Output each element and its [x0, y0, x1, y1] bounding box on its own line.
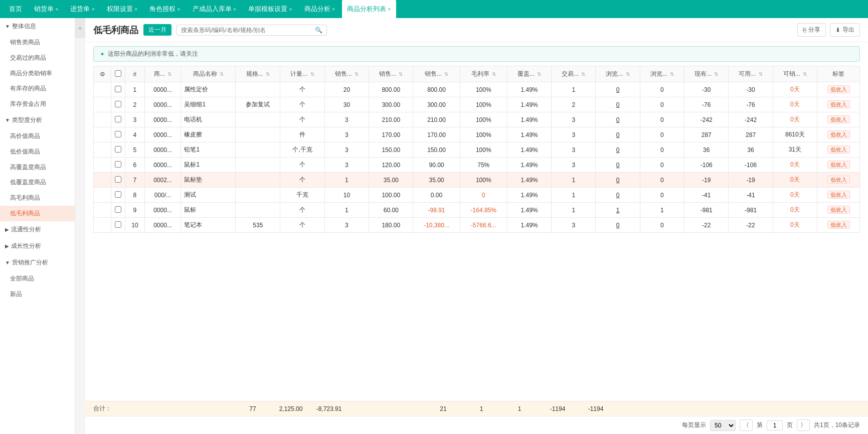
row-select-checkbox[interactable] — [115, 101, 121, 107]
row-views1[interactable]: 0 — [596, 82, 640, 97]
nav-item-analysis[interactable]: 商品分析 × — [299, 0, 340, 18]
row-views1[interactable]: 0 — [596, 188, 640, 203]
export-button[interactable]: ⬇ 导出 — [830, 23, 860, 37]
table-row[interactable]: 5 0000... 铅笔1 个,千克 3 150.00 150.00 100% … — [94, 142, 860, 158]
sidebar-section-flow[interactable]: ▶ 流通性分析 — [0, 221, 75, 238]
nav-close-template[interactable]: × — [289, 6, 292, 12]
search-input[interactable] — [181, 27, 312, 34]
col-cover-rate[interactable]: 覆盖... ⇅ — [507, 66, 551, 82]
col-sellable[interactable]: 可销... ⇅ — [773, 66, 817, 82]
row-views1[interactable]: 0 — [596, 127, 640, 142]
per-page-select[interactable]: 50 100 200 — [710, 420, 736, 431]
sidebar-item-stock-goods[interactable]: 有库存的商品 — [0, 81, 75, 96]
table-row[interactable]: 7 0002... 鼠标垫 个 1 35.00 35.00 100% 1.49%… — [94, 173, 860, 188]
col-available[interactable]: 可用... ⇅ — [729, 66, 773, 82]
nav-close-role[interactable]: × — [177, 6, 180, 12]
table-row[interactable]: 10 0000... 笔记本 535 个 3 180.00 -10,380...… — [94, 218, 860, 233]
row-checkbox[interactable] — [111, 142, 125, 158]
sidebar-section-growth[interactable]: ▶ 成长性分析 — [0, 238, 75, 254]
nav-close-permission[interactable]: × — [134, 6, 137, 12]
row-select-checkbox[interactable] — [115, 131, 121, 137]
row-select-checkbox[interactable] — [115, 221, 121, 228]
row-checkbox[interactable] — [111, 97, 125, 112]
sidebar-item-category-rate[interactable]: 商品分类助销率 — [0, 66, 75, 81]
col-checkbox[interactable] — [111, 66, 125, 82]
row-checkbox[interactable] — [111, 188, 125, 203]
col-transactions[interactable]: 交易... ⇅ — [552, 66, 596, 82]
sidebar-item-low-value[interactable]: 低价值商品 — [0, 144, 75, 160]
nav-close-purchase[interactable]: × — [91, 6, 94, 12]
row-select-checkbox[interactable] — [115, 191, 121, 198]
row-views1[interactable]: 0 — [596, 158, 640, 173]
nav-item-purchase[interactable]: 进货单 × — [65, 0, 99, 18]
row-views1[interactable]: 0 — [596, 173, 640, 188]
sidebar-section-marketing[interactable]: ▼ 营销推广分析 — [0, 254, 75, 271]
col-unit[interactable]: 计量... ⇅ — [280, 66, 324, 82]
search-icon[interactable]: 🔍 — [315, 27, 322, 34]
table-row[interactable]: 1 0000... 属性定价 个 20 800.00 800.00 100% 1… — [94, 82, 860, 97]
col-name[interactable]: 商品名称 ⇅ — [181, 66, 236, 82]
sidebar-item-new-goods[interactable]: 新品 — [0, 286, 75, 302]
row-checkbox[interactable] — [111, 203, 125, 218]
sidebar-item-low-coverage[interactable]: 低覆盖度商品 — [0, 175, 75, 190]
col-gross-rate[interactable]: 毛利率 ⇅ — [460, 66, 507, 82]
nav-close-product-storage[interactable]: × — [233, 6, 236, 12]
col-current-stock[interactable]: 现有... ⇅ — [684, 66, 729, 82]
col-views2[interactable]: 浏览... ⇅ — [640, 66, 684, 82]
sidebar-collapse-button[interactable]: « — [75, 18, 85, 38]
nav-item-product-storage[interactable]: 产成品入库单 × — [188, 0, 241, 18]
col-sales-price[interactable]: 销售... ⇅ — [369, 66, 413, 82]
row-select-checkbox[interactable] — [115, 206, 121, 213]
row-checkbox[interactable] — [111, 218, 125, 233]
row-checkbox[interactable] — [111, 112, 125, 127]
prev-page-button[interactable]: 〈 — [740, 419, 753, 431]
nav-close-analysis[interactable]: × — [332, 6, 335, 12]
col-spec[interactable]: 规格... ⇅ — [236, 66, 280, 82]
sidebar-item-sales-goods[interactable]: 销售类商品 — [0, 35, 75, 50]
row-select-checkbox[interactable] — [115, 116, 121, 122]
row-views1[interactable]: 0 — [596, 142, 640, 158]
nav-item-home[interactable]: 首页 — [4, 0, 27, 18]
table-row[interactable]: 4 0000... 橡皮擦 件 3 170.00 170.00 100% 1.4… — [94, 127, 860, 142]
sidebar-item-high-coverage[interactable]: 高覆盖度商品 — [0, 160, 75, 175]
sidebar-item-high-margin[interactable]: 高毛利商品 — [0, 190, 75, 206]
row-select-checkbox[interactable] — [115, 176, 121, 183]
nav-close-sales[interactable]: × — [55, 6, 58, 12]
row-select-checkbox[interactable] — [115, 161, 121, 168]
row-select-checkbox[interactable] — [115, 146, 121, 153]
sidebar-item-high-value[interactable]: 高价值商品 — [0, 128, 75, 144]
nav-item-template[interactable]: 单据模板设置 × — [243, 0, 297, 18]
date-filter-button[interactable]: 近一月 — [143, 24, 171, 36]
next-page-button[interactable]: 〉 — [797, 419, 810, 431]
col-sales-count[interactable]: 销售... ⇅ — [324, 66, 369, 82]
page-number-input[interactable] — [767, 420, 783, 430]
col-sales-amount[interactable]: 销售... ⇅ — [413, 66, 460, 82]
share-button[interactable]: ⎘ 分享 — [797, 23, 826, 37]
col-settings[interactable]: ⚙ — [94, 66, 111, 82]
sidebar-section-overall[interactable]: ▼ 整体信息 — [0, 18, 75, 35]
row-checkbox[interactable] — [111, 173, 125, 188]
row-checkbox[interactable] — [111, 158, 125, 173]
nav-item-role[interactable]: 角色授权 × — [144, 0, 185, 18]
row-views1[interactable]: 0 — [596, 218, 640, 233]
table-row[interactable]: 2 0000... 吴细细1 参加复试 个 30 300.00 300.00 1… — [94, 97, 860, 112]
nav-item-permission[interactable]: 权限设置 × — [102, 0, 142, 18]
col-code[interactable]: 商... ⇅ — [144, 66, 181, 82]
row-checkbox[interactable] — [111, 82, 125, 97]
nav-item-sales[interactable]: 销货单 × — [29, 0, 63, 18]
table-row[interactable]: 8 000/... 测试 千克 10 100.00 0.00 0 1.49% 1… — [94, 188, 860, 203]
nav-item-analysis-list[interactable]: 商品分析列表 × — [342, 0, 396, 18]
sidebar-item-capital[interactable]: 库存资金占用 — [0, 96, 75, 112]
row-select-checkbox[interactable] — [115, 86, 121, 92]
table-row[interactable]: 6 0000... 鼠标1 个 3 120.00 90.00 75% 1.49%… — [94, 158, 860, 173]
row-views1[interactable]: 0 — [596, 112, 640, 127]
row-views1[interactable]: 0 — [596, 97, 640, 112]
sidebar-section-type[interactable]: ▼ 类型度分析 — [0, 112, 75, 128]
sidebar-item-traded-goods[interactable]: 交易过的商品 — [0, 50, 75, 66]
select-all-checkbox[interactable] — [115, 70, 121, 77]
row-views1[interactable]: 1 — [596, 203, 640, 218]
row-checkbox[interactable] — [111, 127, 125, 142]
table-row[interactable]: 3 0000... 电话机 个 3 210.00 210.00 100% 1.4… — [94, 112, 860, 127]
sidebar-item-low-margin[interactable]: 低毛利商品 — [0, 206, 75, 221]
col-views1[interactable]: 浏览... ⇅ — [596, 66, 640, 82]
